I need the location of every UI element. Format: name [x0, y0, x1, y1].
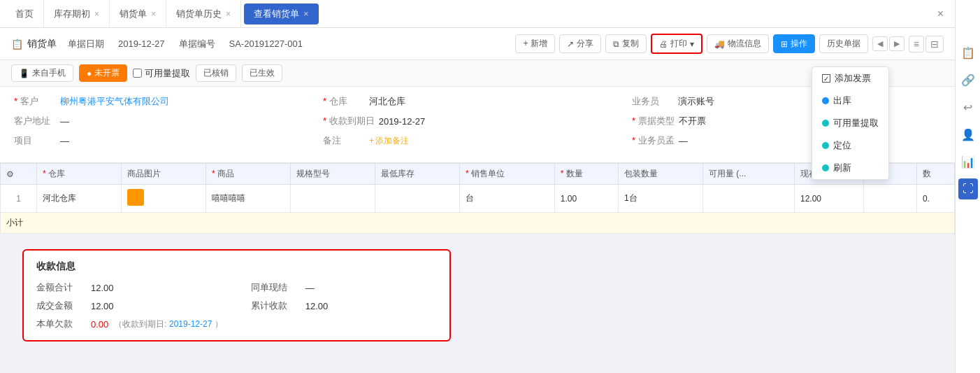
operation-button[interactable]: ⊞ 操作 [773, 34, 815, 53]
note-label: 备注 [323, 134, 365, 147]
dropdown-add-invoice[interactable]: ✓ 添加发票 [812, 67, 888, 90]
subtotal-label: 小计 [1, 213, 955, 234]
sidebar-doc-icon[interactable]: 📋 [957, 42, 979, 64]
warehouse-label: 仓库 [323, 95, 365, 108]
close-all-tabs[interactable]: × [932, 8, 949, 20]
payment-date-value: 2019-12-27 [379, 116, 426, 127]
col-pack-qty: 包装数量 [619, 164, 703, 185]
subtotal-row: 小计 [1, 213, 955, 234]
col-quantity: 数量 [554, 164, 618, 185]
dropdown-refresh[interactable]: 刷新 [812, 157, 888, 179]
tab-home[interactable]: 首页 [6, 0, 44, 28]
logistics-button[interactable]: 🚚 物流信息 [707, 34, 769, 53]
col-settings: ⚙ [1, 164, 37, 185]
col-amount: 数 [916, 164, 954, 185]
effective-button[interactable]: 已生效 [242, 64, 282, 82]
print-dropdown-arrow: ▾ [690, 39, 694, 49]
add-note-button[interactable]: + 添加备注 [369, 135, 409, 147]
sales-employee-label: 业务员孟 [632, 134, 675, 147]
close-main-tab[interactable]: × [303, 8, 309, 19]
nav-arrows: ◀ ▶ [872, 36, 905, 51]
tab-view-sales[interactable]: 查看销货单 × [244, 3, 319, 24]
same-settlement-value: — [305, 283, 315, 293]
due-date-value: 2019-12-27 [169, 319, 212, 329]
sidebar-chart-icon[interactable]: 📊 [957, 151, 979, 173]
product-image [127, 189, 144, 206]
warehouse-field: 仓库 河北仓库 [323, 95, 632, 108]
employee-value: 演示账号 [678, 95, 714, 108]
row-available [703, 185, 795, 213]
close-sales-tab[interactable]: × [151, 9, 156, 19]
row-quantity: 1.00 [554, 185, 618, 213]
available-extract-checkbox[interactable] [133, 69, 142, 78]
new-button[interactable]: + 新增 [515, 34, 554, 53]
operation-icon: ⊞ [781, 39, 788, 49]
close-history-tab[interactable]: × [226, 9, 231, 19]
project-field: 项目 — [14, 134, 323, 147]
revoked-button[interactable]: 已核销 [196, 64, 236, 82]
history-button[interactable]: 历史单据 [819, 34, 868, 53]
address-field: 客户地址 — [14, 115, 323, 127]
dropdown-available-extract[interactable]: 可用量提取 [812, 112, 888, 134]
check-area: 可用量提取 [133, 67, 190, 80]
not-opened-button[interactable]: ● 未开票 [79, 64, 127, 82]
tab-sales-order[interactable]: 销货单 × [110, 0, 166, 28]
share-button[interactable]: ↗ 分享 [559, 34, 601, 53]
doc-no-value: SA-20191227-001 [229, 38, 303, 49]
plus-icon: + [369, 136, 374, 146]
payment-grid: 金额合计 12.00 同单现结 — 成交金额 12.00 累计收款 12.00 … [36, 281, 437, 330]
list-view-btn[interactable]: ≡ [909, 36, 924, 52]
address-value: — [60, 116, 69, 127]
note-field: 备注 + 添加备注 [323, 134, 632, 147]
doc-no-label: 单据编号 [179, 38, 215, 50]
close-inventory-tab[interactable]: × [94, 9, 99, 19]
payment-owed: 本单欠款 0.00 （收款到期日: 2019-12-27 ） [36, 318, 223, 330]
row-no: 1 [1, 185, 37, 213]
doc-meta: 单据日期 2019-12-27 单据编号 SA-20191227-001 [68, 38, 303, 50]
print-button[interactable]: 🖨 打印 ▾ [651, 34, 702, 54]
project-label: 项目 [14, 134, 56, 147]
right-sidebar: 📋 🔗 ↩ 👤 📊 ⛶ [955, 0, 980, 357]
form-row-2: 客户地址 — 收款到期日 2019-12-27 票据类型 不开票 [14, 115, 941, 127]
payment-accumulated: 累计收款 12.00 [251, 300, 438, 312]
row-product-img [122, 185, 206, 213]
table-row: 1 河北仓库 嘻嘻嘻嘻 台 1.00 1台 12.00 0. [1, 185, 955, 213]
dropdown-outbound[interactable]: 出库 [812, 90, 888, 112]
col-warehouse: 仓库 [37, 164, 122, 185]
tab-inventory-init[interactable]: 库存期初 × [44, 0, 110, 28]
grid-view-btn[interactable]: ⊟ [925, 36, 944, 52]
toolbar: + 新增 ↗ 分享 ⧉ 复制 🖨 打印 ▾ 🚚 物流信息 ⊞ 操作 [515, 34, 944, 54]
prev-button[interactable]: ◀ [872, 36, 888, 51]
payment-date-field: 收款到期日 2019-12-27 [323, 115, 632, 127]
tab-bar: 首页 库存期初 × 销货单 × 销货单历史 × 查看销货单 × × [0, 0, 955, 28]
sales-employee-value: — [679, 136, 688, 146]
payment-date-label: 收款到期日 [323, 115, 375, 127]
payment-section: 收款信息 金额合计 12.00 同单现结 — 成交金额 12.00 累计收款 1… [22, 249, 451, 342]
sidebar-link-icon[interactable]: 🔗 [957, 69, 979, 91]
accumulated-label: 累计收款 [251, 300, 300, 312]
payment-deal: 成交金额 12.00 [36, 300, 223, 312]
project-value: — [60, 136, 69, 146]
copy-icon: ⧉ [613, 39, 619, 49]
view-toggle: ≡ ⊟ [909, 36, 944, 52]
sidebar-expand-icon[interactable]: ⛶ [958, 178, 978, 199]
tab-sales-history[interactable]: 销货单历史 × [166, 0, 241, 28]
ticket-type-field: 票据类型 不开票 [632, 115, 941, 127]
same-settlement-label: 同单现结 [251, 281, 300, 294]
locate-icon [822, 142, 829, 149]
col-spec: 规格型号 [291, 164, 375, 185]
ticket-icon: ● [87, 69, 92, 78]
copy-button[interactable]: ⧉ 复制 [605, 34, 647, 53]
sidebar-return-icon[interactable]: ↩ [959, 97, 977, 118]
doc-date-value: 2019-12-27 [118, 38, 165, 49]
sidebar-user-icon[interactable]: 👤 [957, 124, 979, 146]
form-row-3: 项目 — 备注 + 添加备注 业务员孟 — [14, 134, 941, 147]
customer-value: 柳州粤港平安气体有限公司 [60, 95, 169, 108]
from-phone-button[interactable]: 📱 来自手机 [11, 64, 73, 82]
dropdown-locate[interactable]: 定位 [812, 134, 888, 157]
ticket-type-value: 不开票 [679, 115, 706, 127]
payment-area: 收款信息 金额合计 12.00 同单现结 — 成交金额 12.00 累计收款 1… [0, 234, 955, 357]
next-button[interactable]: ▶ [889, 36, 905, 51]
col-available: 可用量 (... [703, 164, 795, 185]
row-min-stock [375, 185, 459, 213]
